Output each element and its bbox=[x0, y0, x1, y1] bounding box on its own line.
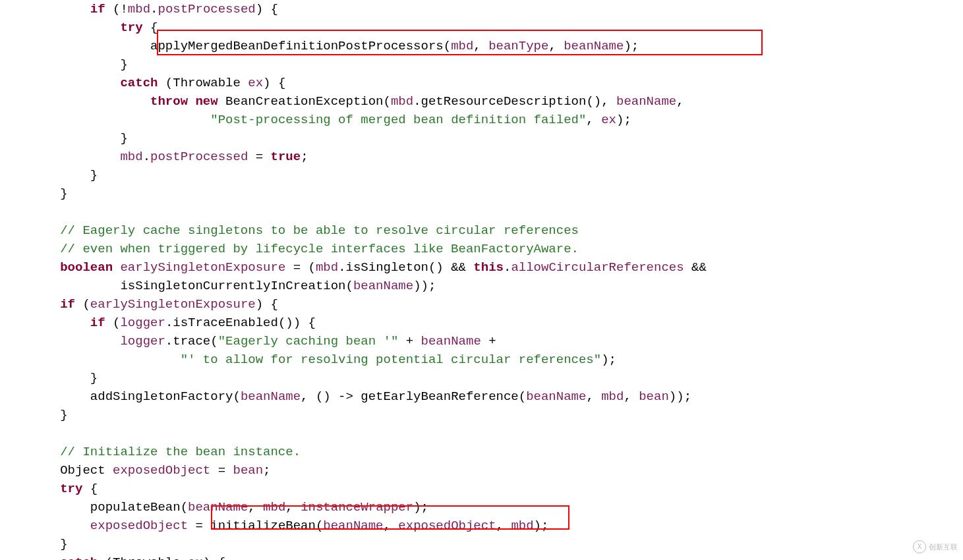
code-block: if (!mbd.postProcessed) { try { applyMer… bbox=[0, 0, 707, 560]
watermark: X 创新互联 bbox=[913, 538, 958, 556]
watermark-icon: X bbox=[913, 540, 926, 553]
watermark-label: 创新互联 bbox=[929, 538, 958, 556]
